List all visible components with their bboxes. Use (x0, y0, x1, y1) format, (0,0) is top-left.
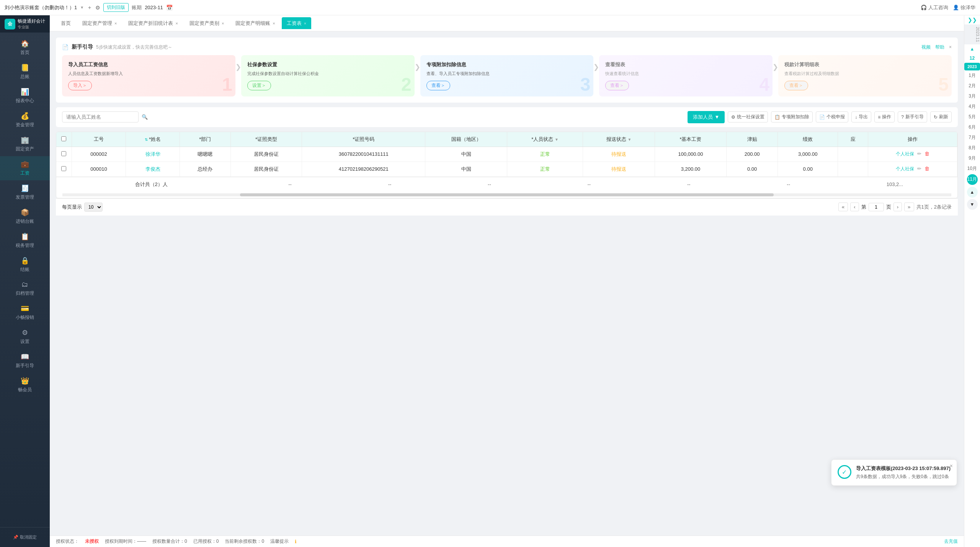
calendar-month-8[interactable]: 8月 (964, 143, 980, 153)
add-person-button[interactable]: 添加人员 ▼ (688, 111, 725, 123)
row1-edit-icon[interactable]: ✏ (917, 151, 921, 157)
refresh-button[interactable]: ↻ 刷新 (930, 111, 952, 122)
calendar-month-1[interactable]: 1月 (964, 70, 980, 81)
user-info[interactable]: 👤 徐泽华 (953, 4, 975, 11)
step4-desc: 快速查看统计信息 (605, 70, 766, 77)
row2-checkbox[interactable] (61, 166, 66, 171)
calendar-month-up-icon[interactable]: ▲ (964, 44, 980, 54)
step3-button[interactable]: 查看＞ (426, 81, 450, 90)
prev-page-button[interactable]: ‹ (850, 202, 859, 211)
ai-consult-button[interactable]: 🎧 人工咨询 (921, 4, 948, 11)
tab-bar: 首页 固定资产管理 × 固定资产折旧统计表 × 固定资产类别 × 固定资产明细账… (50, 15, 964, 31)
row2-delete-icon[interactable]: 🗑 (924, 166, 929, 171)
operations-button[interactable]: ≡ 操作 (874, 111, 895, 122)
tab-category-close[interactable]: × (222, 21, 224, 26)
cancel-fixed-button[interactable]: 📌 取消固定 (0, 531, 50, 543)
calendar-month-7[interactable]: 7月 (964, 132, 980, 143)
sidebar-item-payroll[interactable]: 💼 工资 (0, 156, 50, 180)
recharge-link[interactable]: 去充值 (944, 538, 958, 545)
video-link[interactable]: 视频 (921, 44, 931, 51)
row2-social-btn[interactable]: 个人社保 (896, 166, 914, 171)
first-page-button[interactable]: « (838, 202, 848, 211)
page-size-select[interactable]: 10 20 50 (84, 202, 103, 212)
calendar-nav-down[interactable]: ▼ (967, 199, 978, 210)
social-security-button[interactable]: ⚙ 统一社保设置 (728, 111, 768, 122)
sidebar-item-settings[interactable]: ⚙ 设置 (0, 325, 50, 349)
search-icon[interactable]: 🔍 (142, 114, 148, 120)
calendar-month-5[interactable]: 5月 (964, 112, 980, 122)
tab-payroll[interactable]: 工资表 × (282, 17, 311, 29)
calendar-icon[interactable]: 📅 (166, 5, 173, 11)
sidebar-item-home[interactable]: 🏠 首页 (0, 36, 50, 60)
calendar-month-6[interactable]: 6月 (964, 122, 980, 132)
sidebar-item-ledger[interactable]: 📒 总账 (0, 60, 50, 84)
step4-button[interactable]: 查看＞ (605, 81, 629, 90)
sidebar-item-archive[interactable]: 🗂 归档管理 (0, 277, 50, 300)
sidebar-bottom: 📌 取消固定 (0, 527, 50, 547)
sort-name-icon[interactable]: ⇅ (145, 137, 148, 142)
horizontal-scrollbar[interactable] (62, 193, 951, 196)
toast-close-button[interactable]: × (950, 463, 953, 469)
sidebar-item-reports[interactable]: 📊 报表中心 (0, 84, 50, 108)
version-button[interactable]: 切到旧版 (103, 3, 129, 12)
calendar-month-9[interactable]: 9月 (964, 153, 980, 163)
next-page-button[interactable]: › (893, 202, 902, 211)
last-page-button[interactable]: » (904, 202, 914, 211)
calendar-month-4[interactable]: 4月 (964, 101, 980, 112)
calendar-month-12[interactable]: 12 (964, 54, 980, 63)
row2-edit-icon[interactable]: ✏ (917, 166, 921, 171)
sidebar-item-closing[interactable]: 🔒 结账 (0, 253, 50, 277)
calendar-month-3[interactable]: 3月 (964, 91, 980, 101)
sidebar-item-member[interactable]: 👑 畅会员 (0, 373, 50, 397)
tab-category[interactable]: 固定资产类别 × (185, 17, 229, 29)
sidebar-item-funds[interactable]: 💰 资金管理 (0, 108, 50, 132)
row1-checkbox[interactable] (61, 151, 66, 156)
select-all-checkbox[interactable] (61, 136, 66, 141)
page-number-input[interactable] (869, 203, 884, 211)
step1-button[interactable]: 导入＞ (68, 81, 92, 90)
sidebar-item-home-label: 首页 (20, 49, 29, 56)
guide-button[interactable]: ? 新手引导 (898, 111, 927, 122)
calendar-year-2023[interactable]: 2023 (964, 63, 980, 70)
calendar-month-2[interactable]: 2月 (964, 81, 980, 91)
row1-delete-icon[interactable]: 🗑 (924, 151, 929, 157)
status-filter-icon[interactable]: ▼ (555, 137, 559, 142)
export-icon: ↓ (855, 114, 857, 120)
tab-depreciation-close[interactable]: × (175, 21, 178, 26)
calendar-month-10[interactable]: 10月 (964, 163, 980, 174)
sidebar-item-invoice[interactable]: 🧾 发票管理 (0, 180, 50, 204)
tab-depreciation[interactable]: 固定资产折旧统计表 × (123, 17, 183, 29)
send-filter-icon[interactable]: ▼ (627, 137, 631, 142)
sidebar-item-expense[interactable]: 💳 小畅报销 (0, 300, 50, 325)
scroll-thumb[interactable] (240, 193, 773, 196)
sidebar-nav: 🏠 首页 📒 总账 📊 报表中心 💰 资金管理 🏢 固定资产 💼 工资 (0, 33, 50, 527)
sidebar-item-inventory[interactable]: 📦 进销台账 (0, 204, 50, 229)
step5-button[interactable]: 查看＞ (784, 81, 808, 90)
row1-name-link[interactable]: 徐泽华 (145, 151, 160, 157)
settings-icon[interactable]: ⚙ (95, 5, 100, 11)
step2-button[interactable]: 设置＞ (247, 81, 271, 90)
calendar-expand-icon[interactable]: ❯❯ (966, 15, 978, 24)
search-input[interactable] (62, 111, 139, 122)
tab-fixed-assets[interactable]: 固定资产管理 × (77, 17, 122, 29)
calendar-month-11[interactable]: 11月 (967, 174, 978, 185)
export-button[interactable]: ↓ 导出 (851, 111, 871, 122)
sidebar-item-guide[interactable]: 📖 新手引导 (0, 349, 50, 373)
tab-detail[interactable]: 固定资产明细账 × (230, 17, 280, 29)
sidebar-item-assets[interactable]: 🏢 固定资产 (0, 132, 50, 156)
sidebar-item-tax[interactable]: 📋 税务管理 (0, 229, 50, 253)
tab-home[interactable]: 首页 (56, 17, 76, 29)
tab-payroll-close[interactable]: × (304, 21, 306, 26)
row2-name-link[interactable]: 李俊杰 (145, 166, 160, 172)
tab-detail-close[interactable]: × (273, 21, 275, 26)
help-link[interactable]: 帮助 (935, 44, 944, 51)
special-deduction-button[interactable]: 📋 专项附加扣除 (771, 111, 813, 122)
add-account-icon[interactable]: ＋ (87, 4, 92, 11)
export-label: 导出 (859, 114, 868, 120)
tab-fixed-assets-close[interactable]: × (114, 21, 117, 26)
tax-report-button[interactable]: 📄 个税申报 (816, 111, 848, 122)
row1-social-btn[interactable]: 个人社保 (896, 151, 914, 157)
guide-close-icon[interactable]: × (949, 44, 952, 50)
account-dropdown-icon[interactable]: ▼ (80, 5, 84, 10)
calendar-nav-up[interactable]: ▲ (967, 187, 978, 198)
